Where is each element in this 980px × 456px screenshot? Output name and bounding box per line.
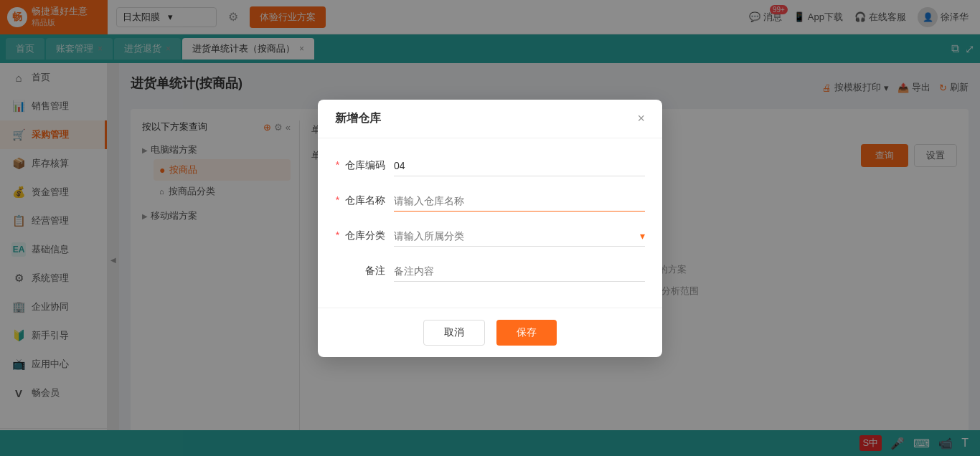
save-button[interactable]: 保存 (496, 320, 557, 346)
remark-input[interactable] (394, 261, 645, 282)
modal-new-warehouse: 新增仓库 × * 仓库编码 * 仓库名称 (318, 100, 662, 357)
form-row-name: * 仓库名称 (335, 191, 645, 212)
modal-close-icon[interactable]: × (637, 111, 645, 126)
modal-title: 新增仓库 (335, 111, 381, 126)
cancel-button[interactable]: 取消 (423, 320, 485, 346)
code-label: * 仓库编码 (335, 159, 385, 172)
form-row-code: * 仓库编码 (335, 156, 645, 176)
required-star-name: * (336, 194, 339, 206)
category-select[interactable]: ▾ (394, 226, 645, 247)
required-star-code: * (336, 159, 339, 171)
form-row-category: * 仓库分类 ▾ (335, 226, 645, 247)
code-input[interactable] (394, 156, 645, 176)
required-star-category: * (336, 229, 339, 241)
remark-label: 备注 (335, 265, 385, 277)
category-dropdown-icon[interactable]: ▾ (640, 230, 645, 242)
category-input[interactable] (394, 230, 640, 242)
modal-overlay: 新增仓库 × * 仓库编码 * 仓库名称 (0, 0, 980, 456)
modal-header: 新增仓库 × (318, 100, 662, 138)
modal-body: * 仓库编码 * 仓库名称 * 仓库分类 (318, 138, 662, 308)
name-input[interactable] (394, 191, 645, 212)
category-label: * 仓库分类 (335, 229, 385, 242)
name-label: * 仓库名称 (335, 194, 385, 207)
form-row-remark: 备注 (335, 261, 645, 282)
modal-footer: 取消 保存 (318, 308, 662, 357)
